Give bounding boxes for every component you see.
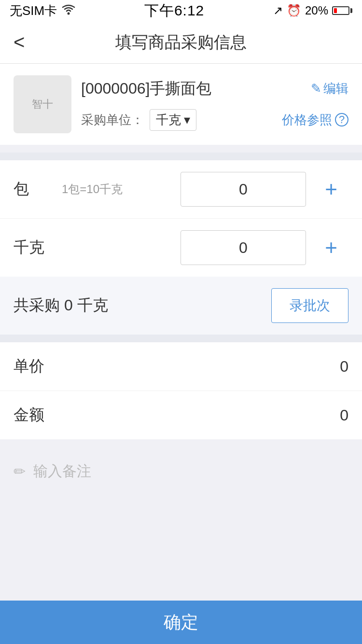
status-bar: 无SIM卡 下午6:12 ↗ ⏰ 20%	[0, 0, 362, 21]
dropdown-icon: ▾	[184, 112, 190, 127]
product-image: 智十	[14, 75, 71, 133]
kg-plus-button[interactable]: +	[314, 230, 348, 265]
bag-input-row: 包 1包=10千克 0 +	[0, 160, 362, 219]
nav-bar: < 填写商品采购信息	[0, 21, 362, 64]
battery-icon	[332, 6, 352, 15]
unit-label: 采购单位：	[81, 112, 144, 127]
unit-price-label: 单价	[14, 356, 44, 377]
summary-text: 共采购 0 千克	[14, 295, 108, 316]
unit-select[interactable]: 千克 ▾	[150, 109, 196, 131]
wifi-icon	[62, 3, 75, 18]
bag-sub-label: 1包=10千克	[62, 182, 123, 197]
location-icon: ↗	[273, 4, 283, 17]
edit-icon: ✎	[311, 81, 321, 96]
notes-placeholder: 输入备注	[33, 462, 91, 481]
product-info: [0000006]手撕面包 ✎ 编辑 采购单位： 千克 ▾ 价格参照 ?	[81, 78, 348, 131]
kg-input-row: 千克 0 +	[0, 219, 362, 277]
input-section: 包 1包=10千克 0 + 千克 0 +	[0, 160, 362, 277]
price-section: 单价 0 金额 0	[0, 342, 362, 439]
page-title: 填写商品采购信息	[115, 31, 247, 54]
bag-plus-button[interactable]: +	[314, 172, 348, 207]
batch-button[interactable]: 录批次	[271, 288, 348, 323]
bag-input[interactable]: 0	[181, 172, 306, 207]
status-right: ↗ ⏰ 20%	[273, 4, 352, 17]
unit-price-value: 0	[340, 358, 348, 376]
unit-price-row: 单价 0	[0, 342, 362, 391]
product-unit-row: 采购单位： 千克 ▾ 价格参照 ?	[81, 109, 348, 131]
unit-selector: 采购单位： 千克 ▾	[81, 109, 196, 131]
carrier-label: 无SIM卡	[10, 2, 57, 19]
pencil-icon: ✏	[14, 463, 26, 480]
summary-row: 共采购 0 千克 录批次	[0, 277, 362, 342]
product-card: 智十 [0000006]手撕面包 ✎ 编辑 采购单位： 千克 ▾	[0, 64, 362, 145]
product-full-name: [0000006]手撕面包	[81, 78, 211, 99]
alarm-icon: ⏰	[287, 4, 301, 17]
main-content: 智十 [0000006]手撕面包 ✎ 编辑 采购单位： 千克 ▾	[0, 64, 362, 621]
amount-label: 金额	[14, 405, 44, 426]
status-left: 无SIM卡	[10, 2, 75, 19]
back-button[interactable]: <	[14, 31, 25, 53]
bag-label: 包	[14, 179, 52, 200]
amount-value: 0	[340, 406, 348, 424]
help-icon: ?	[335, 113, 348, 126]
confirm-bar[interactable]: 确定	[0, 601, 362, 644]
amount-row: 金额 0	[0, 391, 362, 439]
product-header: [0000006]手撕面包 ✎ 编辑	[81, 78, 348, 99]
status-time: 下午6:12	[144, 1, 204, 21]
svg-point-0	[68, 12, 70, 14]
battery-percent: 20%	[305, 4, 328, 17]
section-divider-1	[0, 153, 362, 160]
price-ref-button[interactable]: 价格参照 ?	[282, 112, 348, 128]
kg-input[interactable]: 0	[181, 230, 306, 265]
edit-button[interactable]: ✎ 编辑	[311, 80, 348, 97]
product-image-logo: 智十	[32, 97, 53, 112]
kg-label: 千克	[14, 237, 52, 258]
confirm-text: 确定	[164, 611, 198, 634]
notes-section[interactable]: ✏ 输入备注	[0, 447, 362, 495]
